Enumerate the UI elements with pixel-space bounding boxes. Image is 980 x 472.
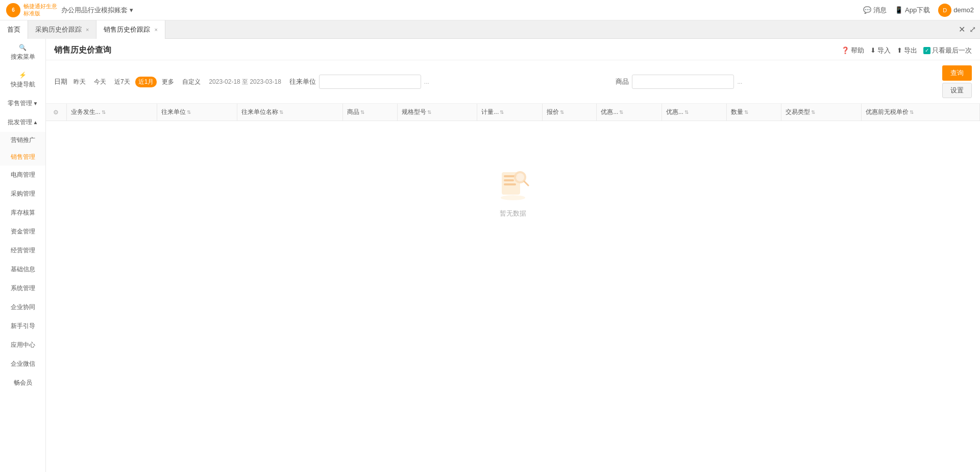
col-product[interactable]: 商品⇅	[342, 104, 397, 121]
empty-text: 暂无数据	[500, 209, 526, 218]
user-area[interactable]: D demo2	[938, 4, 974, 17]
query-button[interactable]: 查询	[942, 65, 972, 81]
col-quote[interactable]: 报价⇅	[542, 104, 597, 121]
phone-icon: 📱	[895, 6, 903, 14]
enterprise-wechat-label: 企业微信	[11, 360, 35, 368]
col-biz-date[interactable]: 业务发生...⇅	[66, 104, 157, 121]
sort-icon-product: ⇅	[360, 109, 364, 115]
sort-icon-trade-type: ⇅	[811, 109, 815, 115]
help-icon: ❓	[841, 46, 849, 54]
sidebar-item-finance-mgmt[interactable]: 资金管理	[0, 222, 45, 241]
col-pre-tax-price[interactable]: 优惠前无税单价⇅	[861, 104, 979, 121]
partner-input[interactable]	[319, 75, 421, 89]
date-btn-yesterday[interactable]: 昨天	[70, 77, 89, 87]
maximize-btn[interactable]: ⤢	[969, 25, 976, 34]
col-trade-type[interactable]: 交易类型⇅	[781, 104, 862, 121]
sidebar-item-app-center[interactable]: 应用中心	[0, 336, 45, 355]
sort-icon-biz-date: ⇅	[102, 109, 106, 115]
sort-icon-unit: ⇅	[500, 109, 504, 115]
date-filter-group: 日期 昨天 今天 近7天 近1月 更多 自定义 2023-02-18 至 202…	[54, 77, 281, 87]
tab-home-label: 首页	[7, 25, 20, 34]
app-download-btn[interactable]: 📱 App下载	[895, 6, 930, 15]
sort-icon-discount2: ⇅	[684, 109, 689, 115]
tabbar-actions: ✕ ⤢	[959, 25, 980, 34]
sidebar-item-basic-info[interactable]: 基础信息	[0, 260, 45, 279]
col-partner-code[interactable]: 往来单位⇅	[157, 104, 237, 121]
sidebar-item-ecommerce-mgmt[interactable]: 电商管理	[0, 166, 45, 184]
action-btns: 查询 设置	[942, 65, 972, 98]
partner-filter-group: 往来单位 ...	[289, 75, 608, 89]
tab-sales-history-close[interactable]: ×	[154, 27, 157, 33]
date-btn-last7days[interactable]: 近7天	[111, 77, 133, 87]
date-label: 日期	[54, 77, 67, 86]
col-partner-name[interactable]: 往来单位名称⇅	[237, 104, 342, 121]
app-title: 办公用品行业模拟账套	[61, 6, 128, 15]
empty-state: 暂无数据	[46, 121, 980, 259]
app-center-label: 应用中心	[11, 341, 35, 349]
dropdown-icon: ▾	[130, 6, 133, 14]
tab-purchase-history[interactable]: 采购历史价跟踪 ×	[28, 20, 96, 39]
sidebar-item-inventory-check[interactable]: 库存核算	[0, 203, 45, 222]
sidebar-item-sales-mgmt[interactable]: 销售管理	[0, 149, 45, 166]
msg-icon: 💬	[863, 6, 871, 14]
col-discount1[interactable]: 优惠...⇅	[597, 104, 662, 121]
logo-icon: 6	[6, 3, 20, 17]
msg-btn[interactable]: 💬 消息	[863, 6, 887, 15]
new-guide-label: 新手引导	[11, 322, 35, 331]
ops-mgmt-label: 经营管理	[11, 246, 35, 255]
sidebar-item-retail-mgmt[interactable]: 零售管理 ▼	[0, 94, 45, 113]
svg-rect-4	[504, 183, 516, 185]
table-header: ⚙ 业务发生...⇅ 往来单位⇅ 往来单位名称⇅ 商品⇅	[46, 104, 980, 121]
avatar: D	[938, 4, 951, 17]
gear-icon: ⚙	[50, 109, 62, 116]
app-title-dropdown[interactable]: 办公用品行业模拟账套 ▾	[61, 6, 133, 15]
tabbar: 首页 采购历史价跟踪 × 销售历史价跟踪 × ✕ ⤢	[0, 20, 980, 39]
tab-purchase-history-close[interactable]: ×	[86, 27, 89, 33]
sidebar-item-vip[interactable]: 畅会员	[0, 373, 45, 392]
filter-bar: 日期 昨天 今天 近7天 近1月 更多 自定义 2023-02-18 至 202…	[46, 60, 980, 104]
date-btn-more[interactable]: 更多	[159, 77, 177, 87]
ecommerce-mgmt-label: 电商管理	[11, 171, 35, 179]
sidebar-item-marketing-promo[interactable]: 营销推广	[0, 132, 45, 149]
only-last-checkbox[interactable]: ✓ 只看最后一次	[923, 46, 972, 55]
sidebar-item-ops-mgmt[interactable]: 经营管理	[0, 241, 45, 260]
col-unit[interactable]: 计量...⇅	[477, 104, 543, 121]
purchase-mgmt-label: 采购管理	[11, 190, 35, 198]
product-input[interactable]	[632, 75, 734, 89]
tab-sales-history[interactable]: 销售历史价跟踪 ×	[96, 20, 165, 39]
sidebar-item-new-guide[interactable]: 新手引导	[0, 317, 45, 336]
col-spec[interactable]: 规格型号⇅	[397, 104, 477, 121]
date-btn-today[interactable]: 今天	[91, 77, 109, 87]
logo-text: 畅捷通好生意 标准版	[23, 3, 57, 16]
sidebar-item-purchase-mgmt[interactable]: 采购管理	[0, 184, 45, 203]
col-discount2[interactable]: 优惠...⇅	[662, 104, 727, 121]
date-btn-custom[interactable]: 自定义	[179, 77, 204, 87]
sidebar-item-system-mgmt[interactable]: 系统管理	[0, 279, 45, 298]
enterprise-collab-label: 企业协同	[11, 303, 35, 312]
sidebar-item-enterprise-wechat[interactable]: 企业微信	[0, 355, 45, 373]
product-filter-group: 商品 ...	[616, 75, 934, 89]
col-quantity[interactable]: 数量⇅	[727, 104, 781, 121]
close-all-tabs-btn[interactable]: ✕	[959, 25, 965, 34]
import-btn[interactable]: ⬇ 导入	[870, 46, 891, 55]
tab-sales-history-label: 销售历史价跟踪	[104, 25, 150, 34]
partner-more-icon[interactable]: ...	[424, 78, 429, 85]
help-btn[interactable]: ❓ 帮助	[841, 46, 864, 55]
sort-icon-quote: ⇅	[560, 109, 564, 115]
settings-button[interactable]: 设置	[942, 83, 972, 98]
export-btn[interactable]: ⬆ 导出	[897, 46, 917, 55]
page-actions: ❓ 帮助 ⬇ 导入 ⬆ 导出 ✓ 只看最后一次	[841, 46, 972, 55]
sidebar-item-wholesale-mgmt[interactable]: 批发管理 ▲	[0, 113, 45, 132]
date-btn-last1month[interactable]: 近1月	[135, 77, 157, 87]
sidebar-item-enterprise-collab[interactable]: 企业协同	[0, 298, 45, 317]
search-menu-label: 搜索菜单	[11, 53, 35, 61]
product-more-icon[interactable]: ...	[737, 78, 742, 85]
table-container: ⚙ 业务发生...⇅ 往来单位⇅ 往来单位名称⇅ 商品⇅	[46, 104, 980, 472]
topbar-right: 💬 消息 📱 App下载 D demo2	[863, 4, 974, 17]
col-gear[interactable]: ⚙	[46, 104, 66, 121]
sidebar-item-quick-nav[interactable]: ⚡ 快捷导航	[0, 66, 45, 94]
sidebar-item-search-menu[interactable]: 🔍 搜索菜单	[0, 39, 45, 66]
only-last-check-icon: ✓	[923, 47, 930, 54]
main-layout: 🔍 搜索菜单 ⚡ 快捷导航 零售管理 ▼ 批发管理 ▲ 营销推广 销售管理 电商…	[0, 39, 980, 472]
tab-home[interactable]: 首页	[0, 20, 28, 39]
